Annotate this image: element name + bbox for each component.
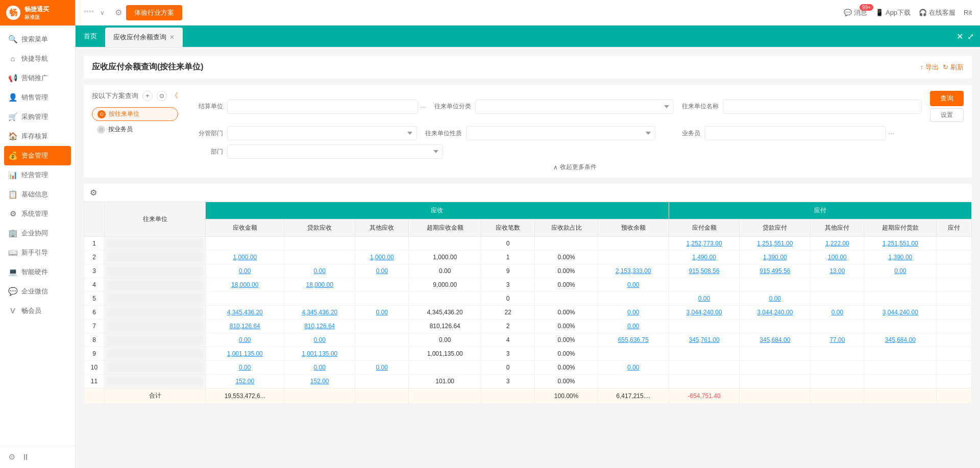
cell-link[interactable]: 4,345,436.20	[227, 309, 263, 316]
cell-link[interactable]: 1,222.00	[825, 240, 849, 247]
cell-link[interactable]: 1,001,135.00	[302, 350, 337, 357]
cell-link[interactable]: 0.00	[627, 364, 639, 371]
cell-link[interactable]: 0.00	[894, 267, 906, 275]
sidebar-item-guide[interactable]: 📖 新手引导	[0, 243, 75, 262]
refresh-button[interactable]: ↻ 刷新	[943, 63, 964, 72]
collapse-btn[interactable]: ⏸	[21, 453, 30, 462]
sidebar-item-capital[interactable]: 💰 资金管理	[4, 146, 71, 165]
settlement-unit-dots[interactable]: ···	[420, 103, 426, 111]
user-menu[interactable]: Rit	[964, 9, 972, 16]
table-wrapper[interactable]: 往来单位 应收 应付 应收金额 贷款应收 其他应收 超期应收金额 应收笔数 应收…	[84, 202, 972, 404]
sidebar-item-enterprise[interactable]: 🏢 企业协同	[0, 224, 75, 243]
settings-btn[interactable]: ⚙	[8, 452, 15, 462]
cell-link[interactable]: 810,126.64	[230, 323, 260, 330]
filter-collapse-button[interactable]: ∧ 收起更多条件	[186, 163, 964, 171]
cell-link[interactable]: 1,390.00	[889, 254, 913, 261]
salesperson-input[interactable]	[704, 126, 886, 140]
cell-link[interactable]: 1,251,551.00	[757, 240, 793, 247]
cell-link[interactable]: 0.00	[627, 281, 639, 288]
filter-option-partner[interactable]: ⊙ 按往来单位	[92, 107, 178, 121]
settings-button[interactable]: 设置	[930, 108, 964, 122]
cell-link[interactable]: 1,252,773.00	[686, 240, 722, 247]
filter-add-button[interactable]: +	[142, 91, 153, 101]
cell-link[interactable]: 0.00	[314, 267, 326, 275]
filter-option-salesperson[interactable]: ⊙ 按业务员	[92, 123, 178, 136]
cell-link[interactable]: 0.00	[831, 309, 843, 316]
cell-link[interactable]: 4,345,436.20	[302, 309, 337, 316]
cell-link[interactable]: 3,044,240.00	[686, 309, 722, 316]
tab-close-icon[interactable]: ✕	[169, 34, 175, 41]
sidebar-item-inventory[interactable]: 🏠 库存核算	[0, 127, 75, 146]
cell-link[interactable]: 3,044,240.00	[883, 309, 918, 316]
cell-link[interactable]: 18,000.00	[306, 281, 333, 288]
cell-link[interactable]: 0.00	[239, 336, 251, 343]
cell-link[interactable]: 152.00	[310, 378, 329, 385]
cell-link[interactable]: 2,153,333.00	[616, 267, 651, 275]
cell-link[interactable]: 0.00	[769, 295, 781, 302]
sidebar-item-sales[interactable]: 👤 销售管理	[0, 88, 75, 107]
cell-link[interactable]: 0.00	[314, 336, 326, 343]
sidebar-item-purchase[interactable]: 🛒 采购管理	[0, 107, 75, 127]
sidebar-item-basic[interactable]: 📋 基础信息	[0, 185, 75, 204]
sidebar-item-system[interactable]: ⚙ 系统管理	[0, 204, 75, 224]
sidebar-item-member[interactable]: V 畅会员	[0, 301, 75, 321]
cell-link[interactable]: 0.00	[627, 323, 639, 330]
tab-home[interactable]: 首页	[76, 27, 105, 46]
partner-name-input[interactable]	[723, 100, 922, 114]
cell-link[interactable]: 0.00	[627, 309, 639, 316]
cell-link[interactable]: 345,684.00	[885, 336, 916, 343]
cell-link[interactable]: 915,508.56	[689, 267, 720, 275]
cell-link[interactable]: 0.00	[239, 364, 251, 371]
tab-ar-ap-query[interactable]: 应收应付余额查询 ✕	[105, 28, 183, 47]
cell-link[interactable]: 0.00	[376, 267, 388, 275]
cell-link[interactable]: 3,044,240.00	[757, 309, 793, 316]
cell-link[interactable]: 655,636.75	[618, 336, 649, 343]
message-button[interactable]: 💬 消息 99+	[844, 8, 867, 17]
salesperson-dots[interactable]: ···	[888, 129, 894, 137]
cell-link[interactable]: 345,684.00	[760, 336, 790, 343]
export-button[interactable]: ↑ 导出	[920, 63, 939, 72]
app-download-button[interactable]: 📱 App下载	[875, 8, 911, 17]
partner-category-select[interactable]	[475, 100, 674, 114]
cell-link[interactable]: 1,001,135.00	[227, 350, 263, 357]
header-settings-icon[interactable]: ⚙	[115, 8, 122, 17]
cell-link[interactable]: 18,000.00	[231, 281, 258, 288]
cell-link[interactable]: 0.00	[376, 364, 388, 371]
cell-link[interactable]: 0.00	[376, 309, 388, 316]
department-select[interactable]	[227, 144, 443, 159]
sidebar-item-marketing[interactable]: 📢 营销推广	[0, 68, 75, 88]
sidebar-item-quick-nav[interactable]: ⌂ 快捷导航	[0, 49, 75, 68]
sidebar-item-hardware[interactable]: 💻 智能硬件	[0, 262, 75, 282]
filter-settings-icon[interactable]: ⊙	[157, 91, 167, 101]
cell-link[interactable]: 345,761.00	[689, 336, 720, 343]
cell-link[interactable]: 152.00	[235, 378, 254, 385]
tab-fullscreen-icon[interactable]: ⤢	[967, 32, 974, 41]
cell-link[interactable]: 1,251,551.00	[883, 240, 918, 247]
sidebar-item-search[interactable]: 🔍 搜索菜单	[0, 30, 75, 49]
cell-link[interactable]: 0.00	[698, 295, 710, 302]
cell-link[interactable]: 0.00	[314, 364, 326, 371]
cell-link[interactable]: 0.00	[239, 267, 251, 275]
cell-link[interactable]: 100.00	[828, 254, 847, 261]
cell-link[interactable]: 1,490.00	[692, 254, 716, 261]
cell-link[interactable]: 13.00	[829, 267, 845, 275]
partner-nature-select[interactable]	[466, 126, 656, 140]
partner-category-field: 往来单位分类	[434, 100, 674, 114]
dept-manager-select[interactable]	[227, 126, 417, 140]
cell-link[interactable]: 915,495.56	[760, 267, 790, 275]
cell-link[interactable]: 1,000.00	[370, 254, 394, 261]
filter-expand-icon[interactable]: 《	[171, 91, 178, 101]
table-settings-icon[interactable]: ⚙	[90, 188, 97, 198]
cell-link[interactable]: 810,126.64	[304, 323, 335, 330]
settlement-unit-input[interactable]	[227, 100, 418, 114]
tab-close-window-icon[interactable]: ✕	[957, 32, 963, 41]
query-button[interactable]: 查询	[930, 91, 964, 106]
sidebar-item-operation[interactable]: 📊 经营管理	[0, 165, 75, 185]
cell-link[interactable]: 77.00	[829, 336, 845, 343]
promo-button[interactable]: 体验行业方案	[126, 5, 182, 20]
cell-link[interactable]: 1,390.00	[763, 254, 787, 261]
salesperson-option-icon: ⊙	[97, 126, 105, 134]
service-button[interactable]: 🎧 在线客服	[919, 8, 955, 17]
sidebar-item-weixin[interactable]: 💬 企业微信	[0, 282, 75, 301]
cell-link[interactable]: 1,000.00	[233, 254, 257, 261]
